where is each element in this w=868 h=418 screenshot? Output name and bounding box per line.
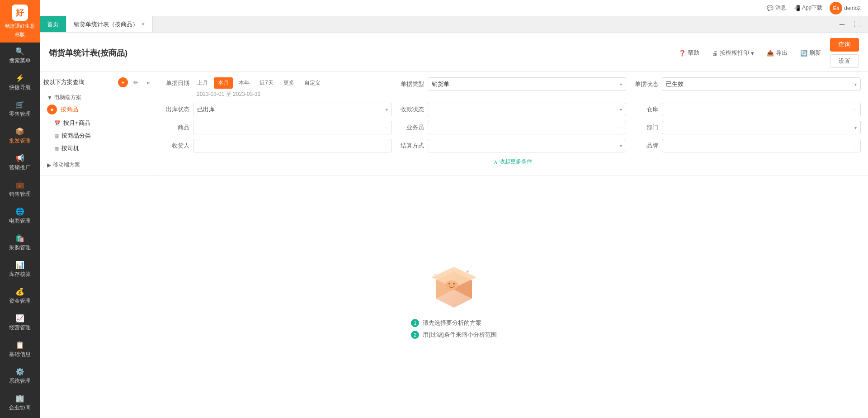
sidebar-item-label: 电商管理 xyxy=(9,217,31,225)
left-panel-icons: + ✏ « xyxy=(118,77,153,87)
outstatus-label: 出库状态 xyxy=(165,105,189,114)
query-btn[interactable]: 查询 xyxy=(830,38,859,52)
dropdown-arrow-icon: ▾ xyxy=(112,5,115,11)
date-btn-this-year[interactable]: 本年 xyxy=(235,77,254,89)
sidebar-item-label: 经营管理 xyxy=(9,324,31,332)
tab-close-icon[interactable]: ✕ xyxy=(141,21,145,27)
date-btn-this-month[interactable]: 本月 xyxy=(214,77,233,89)
outstatus-select[interactable]: 已出库 ▾ xyxy=(193,103,392,116)
sidebar-item-label: 基础信息 xyxy=(9,351,31,358)
product-dots-icon: ··· xyxy=(383,124,388,131)
filter-docstatus-cell: 单据状态 已生效 ▾ xyxy=(633,77,861,91)
export-label: 导出 xyxy=(776,49,788,57)
expand-icon: ▼ xyxy=(47,95,52,101)
section-label: 电脑端方案 xyxy=(54,94,81,101)
enterprise-icon: 🏢 xyxy=(15,394,24,403)
sidebar-item-finance[interactable]: 💰 资金管理 xyxy=(0,283,40,309)
collapse-filters-btn[interactable]: ∧ 收起更多条件 xyxy=(165,154,861,169)
empty-illustration: ✦ ✦ xyxy=(427,256,481,310)
filter-row-4: 收货人 ··· 结算方式 ▾ 品牌 xyxy=(165,139,861,152)
industry-selector[interactable]: 办公用品行业模拟账套 ▾ xyxy=(47,2,122,14)
tab-minimize-btn[interactable]: ─ xyxy=(836,19,848,30)
date-quick-buttons: 上月 本月 本年 近7天 更多 自定义 xyxy=(193,77,325,89)
date-btn-7days[interactable]: 近7天 xyxy=(255,77,278,89)
date-range-row: 2023-03-01 至 2023-03-31 xyxy=(165,90,260,98)
doctype-select[interactable]: 销货单 ▾ xyxy=(428,77,627,91)
export-btn[interactable]: 📤 导出 xyxy=(763,47,791,59)
sidebar-item-label: 快捷导航 xyxy=(9,84,31,91)
recipient-dots-icon: ··· xyxy=(383,142,388,149)
scheme-by-product[interactable]: ● 按商品 xyxy=(43,102,153,117)
messages-label: 消息 xyxy=(775,4,786,12)
docstatus-chevron-icon: ▾ xyxy=(854,82,857,87)
tab-maximize-btn[interactable]: ⛶ xyxy=(850,19,864,30)
app-download-btn[interactable]: 📲 App下载 xyxy=(793,4,822,12)
payment-select[interactable]: ▾ xyxy=(428,139,627,152)
scheme-by-driver-label: 按司机 xyxy=(61,144,79,152)
warehouse-select[interactable]: ··· xyxy=(662,103,861,116)
receiptstatus-select[interactable]: ▾ xyxy=(428,103,627,116)
tip-text-1: 请先选择要分析的方案 xyxy=(423,319,481,327)
wholesale-icon: 📦 xyxy=(15,127,24,136)
scheme-by-category[interactable]: ▦ 按商品分类 xyxy=(43,129,153,142)
brand-select[interactable]: ··· xyxy=(662,139,861,152)
app-download-label: App下载 xyxy=(802,4,822,12)
messages-btn[interactable]: 💬 消息 xyxy=(767,4,786,12)
sidebar-item-quick-nav[interactable]: ⚡ 快捷导航 xyxy=(0,69,40,96)
warehouse-label: 仓库 xyxy=(633,105,658,114)
logo-subtitle: 标版 xyxy=(15,31,25,38)
sidebar-item-system[interactable]: ⚙️ 系统管理 xyxy=(0,363,40,390)
recipient-label: 收货人 xyxy=(165,142,189,150)
scheme-by-driver[interactable]: ▦ 按司机 xyxy=(43,142,153,155)
collapse-panel-btn[interactable]: « xyxy=(143,77,153,87)
tab-home[interactable]: 首页 xyxy=(40,16,66,32)
doctype-value: 销货单 xyxy=(432,80,449,88)
doctype-label: 单据类型 xyxy=(399,80,424,88)
scheme-by-month-product[interactable]: 📅 按月+商品 xyxy=(43,117,153,129)
message-icon: 💬 xyxy=(767,5,774,11)
sidebar-logo[interactable]: 好 畅捷通好生意 标版 xyxy=(0,0,40,43)
sidebar-item-guide[interactable]: 🎯 新手引导 xyxy=(0,416,40,418)
sidebar-item-enterprise[interactable]: 🏢 企业协同 xyxy=(0,390,40,416)
docstatus-select[interactable]: 已生效 ▾ xyxy=(662,77,861,91)
sidebar-item-wholesale[interactable]: 📦 批发管理 xyxy=(0,123,40,149)
brand-label: 品牌 xyxy=(633,142,658,150)
filter-product-cell: 商品 ··· xyxy=(165,121,392,134)
recipient-select[interactable]: ··· xyxy=(193,139,392,152)
date-btn-custom[interactable]: 自定义 xyxy=(300,77,325,89)
edit-scheme-btn[interactable]: ✏ xyxy=(131,77,141,87)
refresh-btn[interactable]: 🔄 刷新 xyxy=(797,47,825,59)
department-select[interactable]: ▾ xyxy=(662,121,861,134)
search-icon: 🔍 xyxy=(15,47,24,56)
tab-sales-stats[interactable]: 销货单统计表（按商品） ✕ xyxy=(66,16,153,32)
retail-icon: 🛒 xyxy=(15,100,24,109)
sidebar-item-purchase[interactable]: 🛍️ 采购管理 xyxy=(0,229,40,256)
date-btn-more[interactable]: 更多 xyxy=(279,77,298,89)
system-icon: ⚙️ xyxy=(15,367,24,376)
filter-date-cell: 单据日期 上月 本月 本年 近7天 更多 自定义 2023-03-01 至 20… xyxy=(165,77,392,98)
empty-tip-2: 2 用[过滤]条件来缩小分析范围 xyxy=(411,331,496,339)
print-btn[interactable]: 🖨 按模板打印 ▾ xyxy=(708,47,758,59)
help-btn[interactable]: ❓ 帮助 xyxy=(675,47,703,59)
date-btn-last-month[interactable]: 上月 xyxy=(193,77,212,89)
sidebar-item-marketing[interactable]: 📢 营销推广 xyxy=(0,149,40,176)
sidebar-item-operations[interactable]: 📈 经营管理 xyxy=(0,309,40,336)
help-icon: ❓ xyxy=(679,50,686,57)
sidebar-item-retail[interactable]: 🛒 零售管理 xyxy=(0,96,40,123)
sidebar-item-ecommerce[interactable]: 🌐 电商管理 xyxy=(0,203,40,229)
sidebar-item-base-info[interactable]: 📋 基础信息 xyxy=(0,336,40,363)
page-title: 销货单统计表(按商品) xyxy=(49,48,127,58)
operations-icon: 📈 xyxy=(15,314,24,323)
user-profile[interactable]: Ea demo2 xyxy=(830,2,861,14)
sidebar-item-label: 批发管理 xyxy=(9,137,31,145)
add-scheme-btn[interactable]: + xyxy=(118,77,128,87)
sidebar-item-search[interactable]: 🔍 搜索菜单 xyxy=(0,43,40,69)
username: demo2 xyxy=(844,5,861,11)
header-top: 办公用品行业模拟账套 ▾ 💬 消息 📲 App下载 Ea demo2 xyxy=(40,0,868,16)
sidebar-item-sales[interactable]: 💼 销售管理 xyxy=(0,176,40,203)
settings-btn[interactable]: 设置 xyxy=(830,54,859,68)
sidebar-item-inventory[interactable]: 📊 库存核算 xyxy=(0,256,40,283)
category-icon: ▦ xyxy=(54,133,59,139)
salesperson-select[interactable]: ··· xyxy=(428,121,627,134)
product-select[interactable]: ··· xyxy=(193,121,392,134)
